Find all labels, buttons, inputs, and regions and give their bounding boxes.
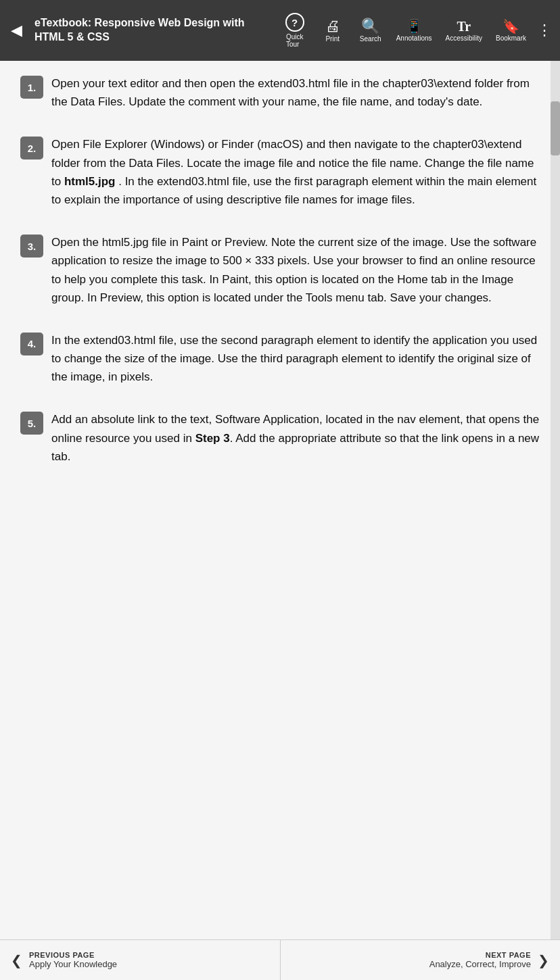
print-button[interactable]: 🖨 Print xyxy=(315,15,350,47)
scrollbar[interactable] xyxy=(551,61,560,939)
step-1: 1. Open your text editor and then open t… xyxy=(20,74,540,111)
annotations-button[interactable]: 📱 Annotations xyxy=(391,16,438,46)
next-page-text: NEXT PAGE Analyze, Correct, Improve xyxy=(429,951,531,969)
header-toolbar: ? QuickTour 🖨 Print 🔍 Search 📱 Annotatio… xyxy=(277,9,555,52)
accessibility-icon: Tr xyxy=(457,20,471,33)
footer-navigation: ❮ PREVIOUS PAGE Apply Your Knowledge NEX… xyxy=(0,939,560,980)
quick-tour-label: QuickTour xyxy=(286,33,304,48)
back-button[interactable]: ◀ xyxy=(5,16,28,45)
step-1-text: Open your text editor and then open the … xyxy=(51,74,540,111)
next-page-button[interactable]: NEXT PAGE Analyze, Correct, Improve ❯ xyxy=(281,940,561,980)
prev-page-text: PREVIOUS PAGE Apply Your Knowledge xyxy=(29,951,117,969)
prev-label: PREVIOUS PAGE xyxy=(29,951,117,959)
step-4: 4. In the extend03.html file, use the se… xyxy=(20,331,540,387)
search-label: Search xyxy=(360,35,381,43)
quick-tour-button[interactable]: ? QuickTour xyxy=(277,9,312,52)
step-3-text: Open the html5.jpg file in Paint or Prev… xyxy=(51,233,540,307)
step-4-badge: 4. xyxy=(20,333,43,356)
prev-sublabel: Apply Your Knowledge xyxy=(29,959,117,969)
annotations-icon: 📱 xyxy=(406,20,423,33)
step-2: 2. Open File Explorer (Windows) or Finde… xyxy=(20,135,540,209)
bookmark-icon: 🔖 xyxy=(503,20,519,33)
step-3: 3. Open the html5.jpg file in Paint or P… xyxy=(20,233,540,307)
step-5-text: Add an absolute link to the text, Softwa… xyxy=(51,410,540,466)
step-1-badge: 1. xyxy=(20,76,43,99)
search-button[interactable]: 🔍 Search xyxy=(353,15,388,47)
bookmark-label: Bookmark xyxy=(496,34,526,42)
next-arrow-icon: ❯ xyxy=(538,952,549,969)
quick-tour-icon: ? xyxy=(285,13,304,32)
scrollbar-thumb[interactable] xyxy=(551,101,560,155)
prev-arrow-icon: ❮ xyxy=(11,952,22,969)
next-sublabel: Analyze, Correct, Improve xyxy=(429,959,531,969)
next-label: NEXT PAGE xyxy=(486,951,531,959)
step-2-badge: 2. xyxy=(20,137,43,160)
step-3-badge: 3. xyxy=(20,235,43,258)
print-label: Print xyxy=(325,35,340,43)
book-title: eTextbook: Responsive Web Design with HT… xyxy=(34,16,277,45)
annotations-label: Annotations xyxy=(396,34,432,42)
step-5: 5. Add an absolute link to the text, Sof… xyxy=(20,410,540,466)
step-5-badge: 5. xyxy=(20,412,43,435)
app-header: ◀ eTextbook: Responsive Web Design with … xyxy=(0,0,560,61)
search-icon: 🔍 xyxy=(361,19,379,34)
accessibility-button[interactable]: Tr Accessibility xyxy=(440,16,488,46)
print-icon: 🖨 xyxy=(325,19,340,34)
accessibility-label: Accessibility xyxy=(446,34,482,42)
more-options-button[interactable]: ⋮ xyxy=(534,16,555,45)
previous-page-button[interactable]: ❮ PREVIOUS PAGE Apply Your Knowledge xyxy=(0,940,281,980)
step-4-text: In the extend03.html file, use the secon… xyxy=(51,331,540,387)
page-content: 1. Open your text editor and then open t… xyxy=(0,61,560,939)
step-2-text: Open File Explorer (Windows) or Finder (… xyxy=(51,135,540,209)
bookmark-button[interactable]: 🔖 Bookmark xyxy=(490,16,532,46)
